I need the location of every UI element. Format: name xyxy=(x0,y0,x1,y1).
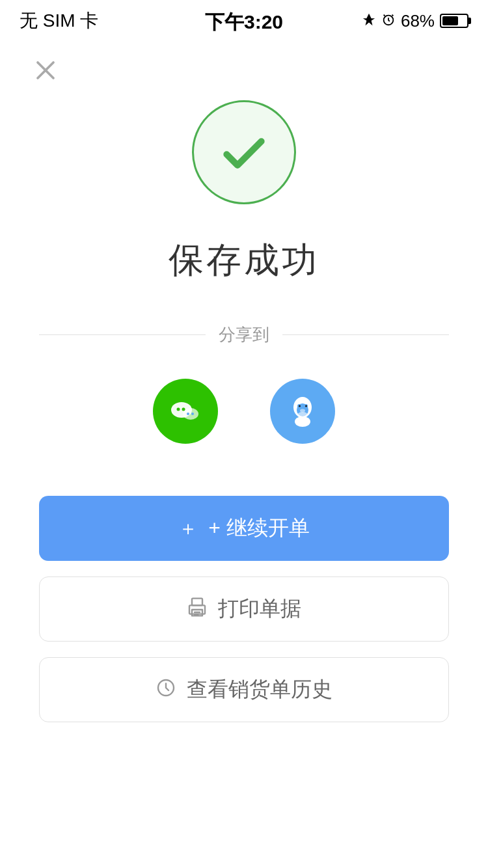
svg-point-6 xyxy=(177,408,180,411)
battery-icon xyxy=(440,14,468,28)
wechat-share-button[interactable] xyxy=(153,379,218,444)
qq-share-button[interactable] xyxy=(270,379,335,444)
svg-point-13 xyxy=(297,412,308,418)
success-title: 保存成功 xyxy=(169,237,319,284)
svg-point-5 xyxy=(183,408,198,420)
share-icons-row xyxy=(39,379,449,444)
status-time: 下午3:20 xyxy=(205,9,283,36)
close-button[interactable] xyxy=(26,51,65,90)
divider-right xyxy=(282,334,449,335)
battery-label: 68% xyxy=(401,11,435,31)
share-divider: 分享到 xyxy=(39,323,449,346)
actions-section: ＋ + 继续开单 打印单据 查看销货单 xyxy=(0,496,488,722)
share-section: 分享到 xyxy=(0,323,488,444)
clock-icon xyxy=(156,677,176,703)
status-right: 68% xyxy=(362,11,468,31)
plus-icon: ＋ xyxy=(178,515,198,542)
status-left: 无 SIM 卡 xyxy=(20,8,105,33)
print-label: 打印单据 xyxy=(218,595,301,623)
svg-point-17 xyxy=(305,405,307,407)
continue-button[interactable]: ＋ + 继续开单 xyxy=(39,496,449,561)
print-icon xyxy=(187,597,208,622)
success-icon-circle xyxy=(192,100,296,204)
svg-point-16 xyxy=(299,405,301,407)
divider-left xyxy=(39,334,206,335)
history-button[interactable]: 查看销货单历史 xyxy=(39,657,449,722)
alarm-icon xyxy=(381,11,396,31)
svg-point-7 xyxy=(182,408,185,411)
location-icon xyxy=(362,11,376,31)
svg-point-9 xyxy=(191,413,194,415)
svg-point-18 xyxy=(300,409,305,413)
svg-rect-19 xyxy=(192,598,202,605)
print-button[interactable]: 打印单据 xyxy=(39,576,449,642)
status-bar: 无 SIM 卡 下午3:20 68% xyxy=(0,0,488,42)
continue-label: + 继续开单 xyxy=(208,514,310,543)
share-label: 分享到 xyxy=(219,323,269,346)
svg-point-8 xyxy=(187,413,189,415)
carrier-text: 无 SIM 卡 xyxy=(20,8,98,33)
history-label: 查看销货单历史 xyxy=(187,675,332,704)
main-content: 保存成功 分享到 xyxy=(0,42,488,722)
